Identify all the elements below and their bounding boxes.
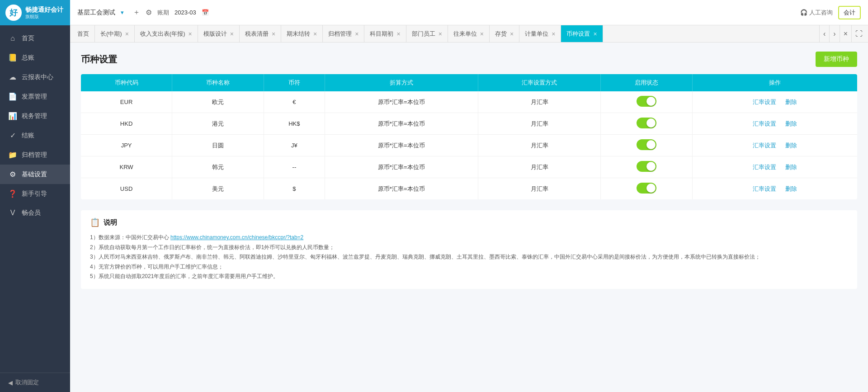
cell-action: 汇率设置 删除 — [693, 156, 857, 178]
toggle-knob — [646, 97, 656, 106]
delete-link[interactable]: 删除 — [785, 185, 797, 192]
sidebar-item-label: 基础设置 — [22, 170, 47, 179]
sidebar-item-tax[interactable]: 📊 税务管理 — [0, 106, 70, 126]
delete-link[interactable]: 删除 — [785, 142, 797, 149]
tab-period-transfer[interactable]: 期末结转 × — [281, 25, 323, 43]
tab-subject[interactable]: 科目期初 × — [364, 25, 406, 43]
notes-item-2: 2）系统自动获取每月第一个工作日的汇率标价，统一为直接标价法，即1外币可以兑换的… — [90, 243, 848, 253]
cell-status — [601, 156, 693, 178]
help-btn[interactable]: 🎧 人工咨询 — [800, 9, 833, 17]
sidebar-item-guide[interactable]: ❓ 新手引导 — [0, 184, 70, 203]
sidebar-item-invoice[interactable]: 📄 发票管理 — [0, 87, 70, 106]
tab-tax-list[interactable]: 税表清册 × — [240, 25, 281, 43]
tab-close-icon[interactable]: × — [125, 30, 129, 38]
main-area: 基层工会测试 ▾ ＋ ⚙ 账期 2023-03 📅 🎧 人工咨询 会计 首页 长… — [70, 0, 868, 392]
ledger-icon: 📒 — [8, 53, 17, 62]
cell-action: 汇率设置 删除 — [693, 113, 857, 135]
sidebar-item-settings[interactable]: ⚙ 基础设置 — [0, 165, 70, 184]
table-row: USD 美元 $ 原币*汇率=本位币 月汇率 汇率设置 删除 — [81, 178, 857, 200]
notes-icon: 📋 — [90, 217, 100, 227]
tab-inventory[interactable]: 存货 × — [490, 25, 519, 43]
rate-setting-link[interactable]: 汇率设置 — [753, 142, 776, 149]
toggle-enabled[interactable] — [637, 96, 656, 107]
rate-setting-link[interactable]: 汇率设置 — [753, 185, 776, 192]
tab-nav-buttons: ‹ › × ⛶ — [819, 25, 866, 43]
tab-unit[interactable]: 计量单位 × — [519, 25, 561, 43]
toggle-enabled[interactable] — [637, 183, 656, 194]
tab-label: 长(中期) — [100, 30, 122, 38]
toggle-knob — [646, 140, 656, 149]
tab-prev-btn[interactable]: ‹ — [819, 25, 829, 43]
tax-icon: 📊 — [8, 112, 17, 120]
sidebar-item-label: 税务管理 — [22, 112, 47, 120]
tab-close-icon[interactable]: × — [510, 30, 514, 38]
tab-currency[interactable]: 币种设置 × — [561, 25, 603, 43]
tab-close-icon[interactable]: × — [272, 30, 275, 38]
add-tab-btn[interactable]: ＋ — [133, 8, 140, 17]
tab-label: 期末结转 — [287, 30, 310, 38]
toggle-enabled[interactable] — [637, 139, 656, 150]
table-row: JPY 日圆 J¥ 原币*汇率=本位币 月汇率 汇率设置 删除 — [81, 135, 857, 156]
delete-link[interactable]: 删除 — [785, 164, 797, 170]
tab-close-icon[interactable]: × — [355, 30, 359, 38]
sidebar-collapse-btn[interactable]: ◀ 取消固定 — [0, 373, 70, 392]
toggle-enabled[interactable] — [637, 161, 656, 172]
tab-department[interactable]: 部门员工 × — [406, 25, 448, 43]
cell-symbol: € — [264, 91, 325, 113]
sidebar-item-ledger[interactable]: 📒 总账 — [0, 48, 70, 67]
period-value: 2023-03 — [175, 9, 196, 16]
cell-rate-type: 月汇率 — [478, 113, 601, 135]
cell-code: KRW — [81, 156, 172, 178]
sidebar-item-label: 发票管理 — [22, 93, 47, 101]
tab-close-icon[interactable]: × — [189, 30, 192, 38]
delete-link[interactable]: 删除 — [785, 99, 797, 105]
rate-setting-link[interactable]: 汇率设置 — [753, 120, 776, 127]
tab-close-icon[interactable]: × — [396, 30, 400, 38]
sidebar-item-label: 云报表中心 — [22, 73, 53, 81]
sidebar-item-reports[interactable]: ☁ 云报表中心 — [0, 67, 70, 87]
sidebar-item-member[interactable]: V 畅会员 — [0, 203, 70, 222]
tab-fullscreen-btn[interactable]: ⛶ — [851, 25, 866, 43]
cell-code: HKD — [81, 113, 172, 135]
sidebar-item-checkout[interactable]: ✓ 结账 — [0, 126, 70, 145]
tab-label: 模版设计 — [203, 30, 227, 38]
tab-label: 计量单位 — [525, 30, 548, 38]
tab-close-all-btn[interactable]: × — [840, 25, 851, 43]
tab-close-icon[interactable]: × — [593, 30, 597, 38]
tab-close-icon[interactable]: × — [480, 30, 484, 38]
sidebar-item-home[interactable]: ⌂ 首页 — [0, 29, 70, 48]
tab-close-icon[interactable]: × — [313, 30, 317, 38]
new-currency-button[interactable]: 新增币种 — [816, 52, 857, 67]
cell-status — [601, 91, 693, 113]
calendar-icon[interactable]: 📅 — [202, 9, 209, 16]
tab-close-icon[interactable]: × — [439, 30, 442, 38]
cell-rate-type: 月汇率 — [478, 135, 601, 156]
guide-icon: ❓ — [8, 189, 17, 198]
delete-link[interactable]: 删除 — [785, 120, 797, 127]
tab-next-btn[interactable]: › — [829, 25, 839, 43]
app-logo: 好 畅捷通好会计 旗舰版 — [0, 0, 70, 25]
settings-btn[interactable]: ⚙ — [146, 8, 152, 17]
tab-annual[interactable]: 收入支出表(年报) × — [135, 25, 198, 43]
notes-link[interactable]: https://www.chinamoney.com.cn/chinese/bk… — [170, 234, 303, 241]
rate-setting-link[interactable]: 汇率设置 — [753, 99, 776, 105]
content-area: 币种设置 新增币种 币种代码 币种名称 币符 折算方式 汇率设置方式 启用状态 … — [70, 43, 868, 392]
company-name: 基层工会测试 — [77, 9, 115, 17]
tab-contacts[interactable]: 往来单位 × — [448, 25, 490, 43]
account-btn[interactable]: 会计 — [838, 6, 861, 19]
top-header: 基层工会测试 ▾ ＋ ⚙ 账期 2023-03 📅 🎧 人工咨询 会计 — [70, 0, 868, 25]
rate-setting-link[interactable]: 汇率设置 — [753, 164, 776, 170]
tab-archive[interactable]: 归档管理 × — [323, 25, 364, 43]
tab-close-icon[interactable]: × — [552, 30, 555, 38]
table-row: KRW 韩元 -- 原币*汇率=本位币 月汇率 汇率设置 删除 — [81, 156, 857, 178]
tab-midterm[interactable]: 长(中期) × — [95, 25, 135, 43]
tab-template[interactable]: 模版设计 × — [198, 25, 240, 43]
logo-text-block: 畅捷通好会计 旗舰版 — [25, 5, 63, 20]
tab-home[interactable]: 首页 — [72, 25, 95, 43]
toggle-enabled[interactable] — [637, 118, 656, 128]
sidebar-item-archive[interactable]: 📁 归档管理 — [0, 145, 70, 165]
cell-status — [601, 178, 693, 200]
tab-close-icon[interactable]: × — [230, 30, 234, 38]
cell-symbol: -- — [264, 156, 325, 178]
company-dropdown-icon[interactable]: ▾ — [121, 9, 124, 16]
